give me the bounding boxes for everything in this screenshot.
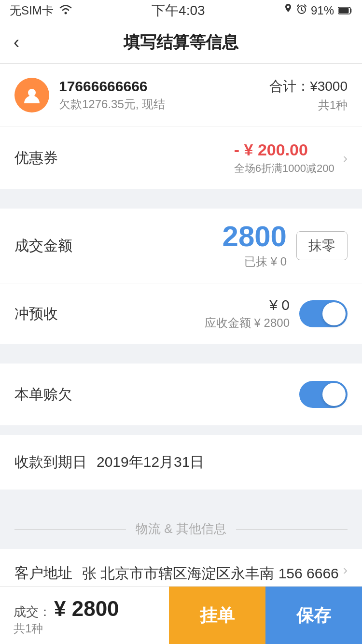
customer-count: 共1种 xyxy=(269,98,348,113)
bottom-summary-label: 成交： xyxy=(14,603,51,620)
svg-rect-3 xyxy=(339,8,349,14)
prepay-toggle-knob xyxy=(322,302,346,325)
bottom-summary-count: 共1种 xyxy=(14,621,155,636)
credit-row: 本单赊欠 xyxy=(0,364,362,425)
bottom-bar: 成交： ¥ 2800 共1种 挂单 保存 xyxy=(0,586,362,644)
status-bar: 无SIM卡 下午4:03 91% xyxy=(0,0,362,21)
logistics-header: 物流 & 其他信息 xyxy=(0,509,362,549)
alarm-icon xyxy=(296,4,307,17)
duedate-row: 收款到期日 2019年12月31日 xyxy=(0,435,362,490)
content-area: 17666666666 欠款1276.35元, 现结 合计：¥3000 共1种 … xyxy=(0,64,362,644)
svg-point-4 xyxy=(28,89,36,97)
transaction-right: 2800 已抹 ¥ 0 抹零 xyxy=(223,222,348,269)
save-button[interactable]: 保存 xyxy=(265,587,362,644)
prepay-right: ¥ 0 应收金额 ¥ 2800 xyxy=(205,297,290,331)
round-button[interactable]: 抹零 xyxy=(296,231,348,260)
coupon-label: 优惠券 xyxy=(14,148,58,168)
transaction-amount: 2800 xyxy=(223,222,287,251)
section-divider-2 xyxy=(0,354,362,364)
section-divider-3 xyxy=(0,499,362,509)
transaction-label: 成交金额 xyxy=(14,236,72,256)
customer-right: 合计：¥3000 共1种 xyxy=(269,77,348,113)
coupon-amount: - ¥ 200.00 xyxy=(234,140,334,159)
duedate-value: 2019年12月31日 xyxy=(97,452,204,472)
hold-order-button[interactable]: 挂单 xyxy=(169,587,265,644)
coupon-row[interactable]: 优惠券 - ¥ 200.00 全场6折满1000减200 › xyxy=(0,126,362,189)
duedate-label: 收款到期日 xyxy=(14,452,87,472)
sim-text: 无SIM卡 xyxy=(10,3,54,18)
nav-bar: ‹ 填写结算等信息 xyxy=(0,21,362,64)
location-icon xyxy=(284,4,292,17)
customer-phone: 17666666666 xyxy=(59,78,165,95)
status-right: 91% xyxy=(284,4,352,17)
prepay-toggle[interactable] xyxy=(299,300,348,327)
credit-label: 本单赊欠 xyxy=(14,385,72,405)
transaction-section: 成交金额 2800 已抹 ¥ 0 抹零 冲预收 ¥ 0 应收金额 ¥ 2800 xyxy=(0,209,362,344)
customer-info: 17666666666 欠款1276.35元, 现结 xyxy=(59,78,165,112)
prepay-row: 冲预收 ¥ 0 应收金额 ¥ 2800 xyxy=(0,283,362,344)
bottom-summary: 成交： ¥ 2800 共1种 xyxy=(0,587,169,644)
transaction-amount-group: 2800 已抹 ¥ 0 xyxy=(223,222,287,269)
status-left: 无SIM卡 xyxy=(10,3,73,18)
coupon-desc: 全场6折满1000减200 xyxy=(234,161,334,176)
back-button[interactable]: ‹ xyxy=(14,32,19,53)
address-label: 客户地址 xyxy=(14,562,72,583)
prepay-label: 冲预收 xyxy=(14,304,58,324)
svg-point-0 xyxy=(64,12,67,14)
address-chevron-icon: › xyxy=(343,562,348,578)
coupon-chevron-icon: › xyxy=(343,151,348,166)
section-divider-1 xyxy=(0,199,362,209)
page-title: 填写结算等信息 xyxy=(124,31,238,54)
prepay-sub: 应收金额 ¥ 2800 xyxy=(205,315,290,331)
transaction-sub: 已抹 ¥ 0 xyxy=(223,254,287,269)
customer-row: 17666666666 欠款1276.35元, 现结 合计：¥3000 共1种 xyxy=(0,64,362,126)
wifi-icon xyxy=(58,4,73,17)
battery-icon xyxy=(338,4,352,17)
bottom-summary-amount: ¥ 2800 xyxy=(54,597,119,621)
customer-card: 17666666666 欠款1276.35元, 现结 合计：¥3000 共1种 … xyxy=(0,64,362,189)
customer-left: 17666666666 欠款1276.35元, 现结 xyxy=(14,78,165,112)
prepay-amount: ¥ 0 xyxy=(205,297,290,313)
customer-sub: 欠款1276.35元, 现结 xyxy=(59,97,165,112)
transaction-row: 成交金额 2800 已抹 ¥ 0 抹零 xyxy=(0,209,362,283)
coupon-right: - ¥ 200.00 全场6折满1000减200 xyxy=(234,140,334,176)
logistics-label: 物流 & 其他信息 xyxy=(126,520,236,537)
avatar xyxy=(14,78,49,112)
bottom-summary-row: 成交： ¥ 2800 xyxy=(14,595,155,621)
battery-percent: 91% xyxy=(311,4,334,17)
customer-total: 合计：¥3000 xyxy=(269,77,348,96)
status-time: 下午4:03 xyxy=(152,1,205,20)
credit-toggle-knob xyxy=(322,383,346,406)
credit-toggle[interactable] xyxy=(299,381,348,408)
